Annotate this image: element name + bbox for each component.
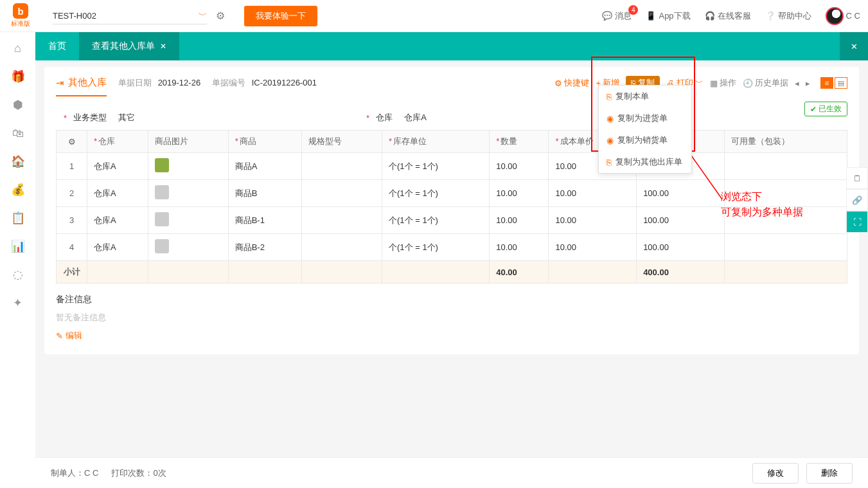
cell-price: 10.00 — [549, 180, 637, 207]
cell-avail — [724, 180, 847, 207]
subtotal-row: 小计40.00400.00 — [57, 261, 847, 284]
inbound-icon: ⇥ — [56, 77, 64, 89]
doc-date: 单据日期 2019-12-26 — [118, 77, 200, 89]
grid-icon: ▦ — [710, 78, 718, 88]
modify-button[interactable]: 修改 — [752, 463, 799, 483]
nav-bag-icon[interactable]: 🛍 — [11, 126, 25, 140]
customer-service-link[interactable]: 🎧 在线客服 — [705, 10, 751, 22]
cell-qty: 10.00 — [490, 207, 549, 234]
cell-product: 商品B — [228, 180, 302, 207]
shortcut-button[interactable]: ⚙快捷键 — [554, 77, 589, 89]
cell-image — [148, 180, 229, 207]
col-avail: 可用量（包装） — [724, 131, 847, 153]
nav-new-icon[interactable]: ✦ — [11, 296, 25, 310]
nav-home-icon[interactable]: ⌂ — [11, 41, 25, 55]
tab-view-inbound[interactable]: 查看其他入库单 ✕ — [79, 32, 179, 60]
messages-link[interactable]: 💬 消息 4 — [602, 10, 632, 22]
subtotal-qty: 40.00 — [490, 261, 549, 284]
copy-dropdown: ⎘复制本单 ◉复制为进货单 ◉复制为销货单 ⎘复制为其他出库单 — [598, 85, 692, 174]
cell-warehouse: 仓库A — [87, 234, 148, 261]
cell-unit: 个(1个 = 1个) — [382, 234, 490, 261]
close-icon[interactable]: ✕ — [160, 42, 166, 51]
cell-amount: 100.00 — [637, 180, 725, 207]
nav-house-icon[interactable]: ⬢ — [11, 98, 25, 112]
warehouse-field: * 仓库 仓库A — [366, 112, 427, 123]
print-count-info: 打印次数：0次 — [111, 467, 166, 479]
org-selector[interactable]: TEST-H002 ﹀ — [53, 7, 207, 24]
dd-copy-sales[interactable]: ◉复制为销货单 — [599, 129, 691, 151]
nav-clipboard-icon[interactable]: 📋 — [11, 211, 25, 225]
dd-copy-outbound[interactable]: ⎘复制为其他出库单 — [599, 151, 691, 173]
tab-home[interactable]: 首页 — [35, 32, 79, 60]
outbound-icon: ⎘ — [607, 158, 612, 167]
cell-image — [148, 207, 229, 234]
remark-section: 备注信息 暂无备注信息 ✎ 编辑 — [44, 284, 859, 354]
table-row[interactable]: 1仓库A商品A个(1个 = 1个)10.0010.00100.00 — [57, 153, 847, 180]
avatar — [826, 7, 844, 25]
header-right: 💬 消息 4 📱 App下载 🎧 在线客服 ❔ 帮助中心 C C — [602, 7, 860, 25]
dock-link-icon[interactable]: 🔗 — [846, 189, 868, 211]
gear-icon: ⚙ — [554, 78, 562, 88]
edit-remark-button[interactable]: ✎ 编辑 — [56, 330, 82, 341]
ops-button[interactable]: ▦操作 — [710, 77, 736, 89]
history-icon: 🕘 — [743, 78, 753, 88]
doc-number: 单据编号 IC-20191226-001 — [212, 77, 317, 89]
purchase-icon: ◉ — [607, 114, 614, 123]
cell-amount: 100.00 — [637, 234, 725, 261]
dd-copy-purchase[interactable]: ◉复制为进货单 — [599, 107, 691, 129]
table-row[interactable]: 4仓库A商品B-2个(1个 = 1个)10.0010.00100.00 — [57, 234, 847, 261]
doc-type-tab[interactable]: ⇥ 其他入库 — [56, 77, 107, 96]
nav-warehouse-icon[interactable]: 🏠 — [11, 154, 25, 168]
cell-product: 商品B-2 — [228, 234, 302, 261]
dock-expand-icon[interactable]: ⛶ — [846, 211, 868, 233]
user-menu[interactable]: C C — [826, 7, 860, 25]
cell-warehouse: 仓库A — [87, 180, 148, 207]
logo[interactable]: b 标准版 — [8, 3, 33, 28]
try-button[interactable]: 我要体验一下 — [244, 6, 317, 26]
list-view-button[interactable]: ≡ — [820, 77, 833, 89]
phone-icon: 📱 — [646, 11, 656, 21]
nav-money-icon[interactable]: 💰 — [11, 183, 25, 197]
row-number: 1 — [57, 153, 87, 180]
creator-info: 制单人：C C — [51, 467, 98, 479]
next-button[interactable]: ▸ — [806, 78, 810, 88]
cell-spec — [302, 207, 382, 234]
card-view-button[interactable]: ▤ — [835, 77, 847, 89]
row-number: 3 — [57, 207, 87, 234]
footer-bar: 制单人：C C 打印次数：0次 修改 删除 — [35, 457, 868, 488]
col-qty: *数量 — [490, 131, 549, 153]
help-icon: ❔ — [765, 11, 775, 21]
cell-image — [148, 153, 229, 180]
close-all-tabs[interactable]: ✕ — [840, 32, 868, 60]
delete-button[interactable]: 删除 — [806, 463, 853, 483]
col-image: 商品图片 — [148, 131, 229, 153]
biz-type-field: * 业务类型 其它 — [64, 112, 135, 123]
table-row[interactable]: 2仓库A商品B个(1个 = 1个)10.0010.00100.00 — [57, 180, 847, 207]
nav-sync-icon[interactable]: ◌ — [11, 267, 25, 282]
status-badge: ✔ 已生效 — [804, 102, 847, 116]
dock-note-icon[interactable]: 🗒 — [846, 167, 868, 189]
org-name: TEST-H002 — [53, 11, 96, 21]
cell-product: 商品B-1 — [228, 207, 302, 234]
chevron-down-icon: ﹀ — [199, 10, 207, 21]
cell-spec — [302, 180, 382, 207]
help-center-link[interactable]: ❔ 帮助中心 — [765, 10, 811, 22]
dd-copy-this[interactable]: ⎘复制本单 — [599, 86, 691, 107]
gear-icon[interactable]: ⚙ — [216, 10, 225, 22]
remark-title: 备注信息 — [56, 294, 847, 305]
nav-report-icon[interactable]: 📊 — [11, 239, 25, 253]
copy-icon: ⎘ — [607, 92, 612, 102]
col-warehouse: *仓库 — [87, 131, 148, 153]
nav-gift-icon[interactable]: 🎁 — [11, 69, 25, 84]
table-row[interactable]: 3仓库A商品B-1个(1个 = 1个)10.0010.00100.00 — [57, 207, 847, 234]
prev-button[interactable]: ◂ — [795, 78, 799, 88]
table-header-row: ⚙ *仓库 商品图片 *商品 规格型号 *库存单位 *数量 *成本单价 *成本金… — [57, 131, 847, 153]
history-button[interactable]: 🕘历史单据 — [743, 77, 788, 89]
items-table: ⚙ *仓库 商品图片 *商品 规格型号 *库存单位 *数量 *成本单价 *成本金… — [56, 130, 847, 284]
app-download-link[interactable]: 📱 App下载 — [646, 10, 690, 22]
cell-unit: 个(1个 = 1个) — [382, 180, 490, 207]
product-image-icon — [155, 185, 169, 199]
message-badge: 4 — [628, 5, 639, 15]
col-product: *商品 — [228, 131, 302, 153]
col-settings[interactable]: ⚙ — [57, 131, 87, 153]
